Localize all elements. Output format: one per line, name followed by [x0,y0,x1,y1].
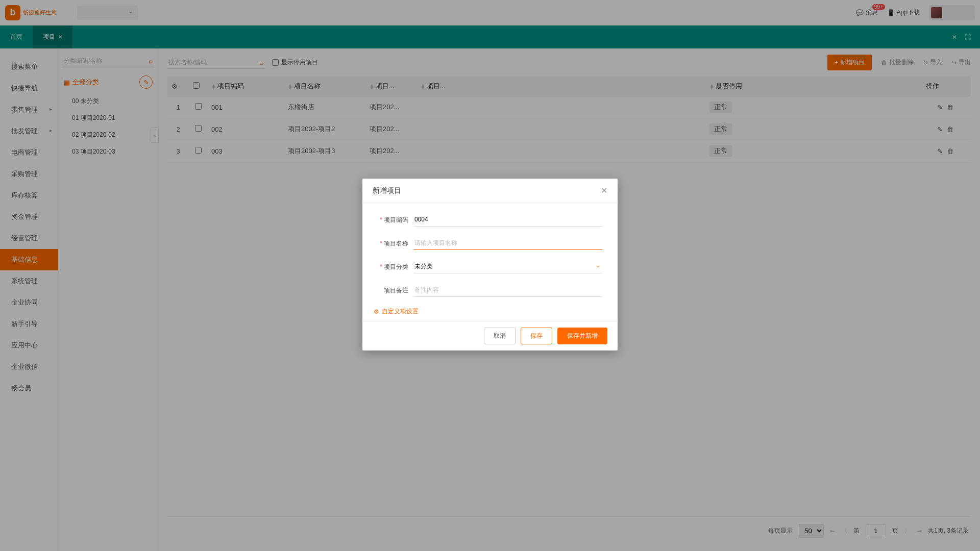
remark-label: 项目备注 [373,286,413,295]
label-text: 项目备注 [384,287,408,294]
dialog-close-button[interactable]: ✕ [601,186,607,195]
remark-input[interactable] [413,284,602,297]
name-label: *项目名称 [373,239,413,248]
dialog-footer: 取消 保存 保存并新增 [362,321,618,350]
name-input[interactable] [413,237,602,250]
code-label: *项目编码 [373,216,413,224]
label-text: 项目编码 [384,216,408,223]
label-text: 项目分类 [384,263,408,270]
cancel-button[interactable]: 取消 [484,328,516,344]
modal-mask: 新增项目 ✕ *项目编码 *项目名称 *项目分类 ⌄ 项目备注 [0,0,980,551]
form-row-remark: 项目备注 [373,284,602,297]
cat-label: *项目分类 [373,263,413,271]
form-row-name: *项目名称 [373,237,602,250]
dialog-title: 新增项目 [373,186,401,195]
form-row-cat: *项目分类 ⌄ [373,260,602,273]
code-input[interactable] [413,213,602,227]
dialog-header: 新增项目 ✕ [362,179,618,203]
gear-icon: ⚙ [374,308,379,315]
btn-label: 保存并新增 [567,332,598,339]
label-text: 项目名称 [384,240,408,247]
add-project-dialog: 新增项目 ✕ *项目编码 *项目名称 *项目分类 ⌄ 项目备注 [362,179,618,350]
dialog-body: *项目编码 *项目名称 *项目分类 ⌄ 项目备注 ⚙ 自定义项设置 [362,203,618,321]
btn-label: 保存 [530,332,543,339]
custom-label: 自定义项设置 [382,307,419,316]
btn-label: 取消 [494,332,506,339]
chevron-down-icon: ⌄ [596,262,600,269]
form-row-code: *项目编码 [373,213,602,227]
cat-select[interactable] [413,260,602,273]
save-and-new-button[interactable]: 保存并新增 [557,328,607,344]
custom-fields-link[interactable]: ⚙ 自定义项设置 [373,307,602,316]
save-button[interactable]: 保存 [521,328,552,344]
